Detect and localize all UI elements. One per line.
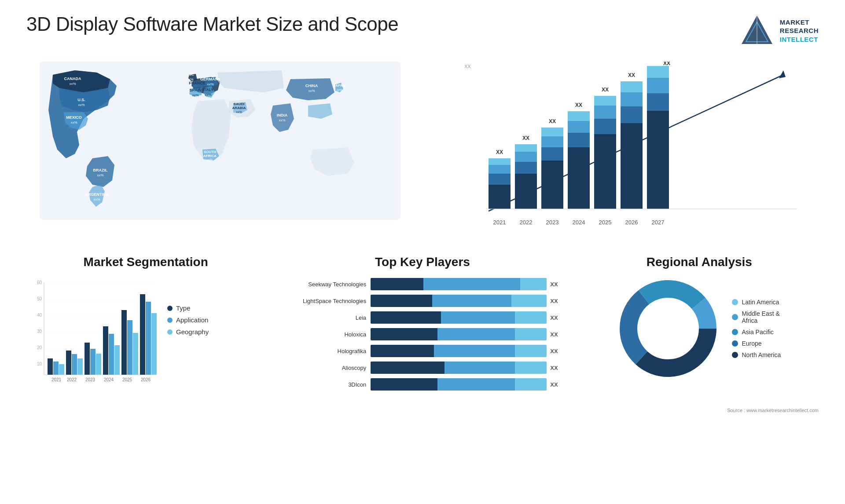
bar-seg3 xyxy=(515,378,547,391)
svg-text:2021: 2021 xyxy=(51,377,62,382)
regional-legend: Latin America Middle East &Africa Asia P… xyxy=(732,299,781,358)
bar-seg3 xyxy=(511,295,547,307)
svg-text:XX: XX xyxy=(464,64,471,69)
svg-text:U.S.: U.S. xyxy=(77,98,85,102)
legend-type-label: Type xyxy=(176,304,191,312)
growth-chart-svg: XX 2021 XX 2022 XX xyxy=(440,62,819,233)
svg-text:xx%: xx% xyxy=(336,88,342,91)
bar-seg2 xyxy=(441,311,515,324)
svg-rect-101 xyxy=(72,354,77,375)
svg-rect-98 xyxy=(59,364,64,375)
svg-text:2022: 2022 xyxy=(520,219,533,226)
svg-text:xx%: xx% xyxy=(236,110,242,113)
legend-application: Application xyxy=(167,316,209,324)
svg-rect-100 xyxy=(66,351,71,375)
svg-rect-97 xyxy=(53,362,59,375)
svg-point-125 xyxy=(638,299,698,358)
player-bar-wrap: XX xyxy=(371,278,558,290)
svg-text:2025: 2025 xyxy=(599,219,612,226)
player-bar-wrap: XX xyxy=(371,345,558,357)
svg-rect-77 xyxy=(647,78,669,93)
player-row: Leia XX xyxy=(287,311,558,324)
legend-mea: Middle East &Africa xyxy=(732,310,781,324)
svg-rect-114 xyxy=(133,333,138,375)
svg-rect-45 xyxy=(515,174,537,209)
bar-seg3 xyxy=(515,311,547,324)
regional-section: Regional Analysis xyxy=(571,251,827,401)
svg-rect-110 xyxy=(114,345,120,375)
bar-seg2 xyxy=(423,278,520,290)
legend-application-label: Application xyxy=(176,316,208,324)
svg-text:XX: XX xyxy=(602,87,609,93)
svg-rect-78 xyxy=(647,66,669,78)
player-bar xyxy=(371,378,547,391)
players-title: Top Key Players xyxy=(287,255,558,269)
legend-europe: Europe xyxy=(732,340,781,347)
svg-text:30: 30 xyxy=(37,329,42,334)
player-value: XX xyxy=(550,298,558,304)
svg-text:JAPAN: JAPAN xyxy=(334,84,345,88)
svg-text:SOUTH: SOUTH xyxy=(204,150,216,154)
north-america-label: North America xyxy=(742,351,781,358)
svg-text:xx%: xx% xyxy=(78,103,84,107)
svg-rect-104 xyxy=(84,343,90,375)
page-title: 3D Display Software Market Size and Scop… xyxy=(26,13,398,35)
bar-seg2 xyxy=(434,345,515,357)
svg-text:CHINA: CHINA xyxy=(305,84,318,88)
svg-rect-53 xyxy=(541,136,563,147)
bar-seg2 xyxy=(445,362,515,374)
latin-america-dot xyxy=(732,299,738,305)
svg-text:SPAIN: SPAIN xyxy=(190,88,202,92)
player-name: Seekway Technologies xyxy=(287,281,366,288)
bar-seg3 xyxy=(515,345,547,357)
svg-text:2025: 2025 xyxy=(122,377,132,382)
svg-rect-76 xyxy=(647,93,669,111)
segmentation-title: Market Segmentation xyxy=(26,255,265,269)
legend-north-america: North America xyxy=(732,351,781,358)
player-bar-wrap: XX xyxy=(371,378,558,391)
svg-rect-117 xyxy=(146,302,151,375)
donut-container: Latin America Middle East &Africa Asia P… xyxy=(580,278,819,379)
svg-text:ARABIA: ARABIA xyxy=(232,106,246,110)
segmentation-legend: Type Application Geography xyxy=(167,304,209,336)
north-america-dot xyxy=(732,352,738,358)
svg-text:XX: XX xyxy=(522,135,529,141)
world-map-svg: CANADA xx% U.S. xx% MEXICO xx% BRAZIL xx… xyxy=(26,62,414,229)
svg-text:2021: 2021 xyxy=(493,219,506,226)
svg-rect-72 xyxy=(621,81,643,92)
segmentation-chart: 60 50 40 30 20 10 xyxy=(26,278,158,392)
world-map: CANADA xx% U.S. xx% MEXICO xx% BRAZIL xx… xyxy=(26,62,414,229)
geography-dot xyxy=(167,329,173,335)
asia-pacific-dot xyxy=(732,329,738,335)
svg-rect-108 xyxy=(103,326,108,375)
svg-rect-113 xyxy=(127,320,132,375)
svg-text:10: 10 xyxy=(37,362,42,366)
svg-text:2023: 2023 xyxy=(85,377,96,382)
svg-text:FRANCE: FRANCE xyxy=(189,81,206,85)
donut-chart xyxy=(617,278,719,379)
player-bar-wrap: XX xyxy=(371,362,558,374)
svg-text:MEXICO: MEXICO xyxy=(66,115,82,120)
svg-text:xx%: xx% xyxy=(207,158,213,161)
svg-rect-118 xyxy=(151,313,157,375)
player-name: 3DIcon xyxy=(287,381,366,388)
logo-line3: INTELLECT xyxy=(780,35,819,44)
bar-seg1 xyxy=(371,378,437,391)
svg-rect-47 xyxy=(515,152,537,162)
svg-rect-52 xyxy=(541,147,563,161)
chart-section: XX 2021 XX 2022 XX xyxy=(422,53,827,246)
logo: MARKET RESEARCH INTELLECT xyxy=(739,13,819,48)
svg-text:2026: 2026 xyxy=(141,377,151,382)
player-value: XX xyxy=(550,281,558,288)
svg-text:2026: 2026 xyxy=(625,219,638,226)
svg-rect-54 xyxy=(541,128,563,136)
svg-rect-51 xyxy=(541,161,563,209)
svg-rect-112 xyxy=(121,310,127,375)
player-row: Alioscopy XX xyxy=(287,362,558,374)
svg-rect-58 xyxy=(568,133,590,147)
bar-seg3 xyxy=(520,278,547,290)
svg-text:GERMANY: GERMANY xyxy=(200,77,220,81)
svg-rect-63 xyxy=(594,134,616,209)
bar-seg2 xyxy=(432,295,511,307)
bar-seg1 xyxy=(371,345,434,357)
